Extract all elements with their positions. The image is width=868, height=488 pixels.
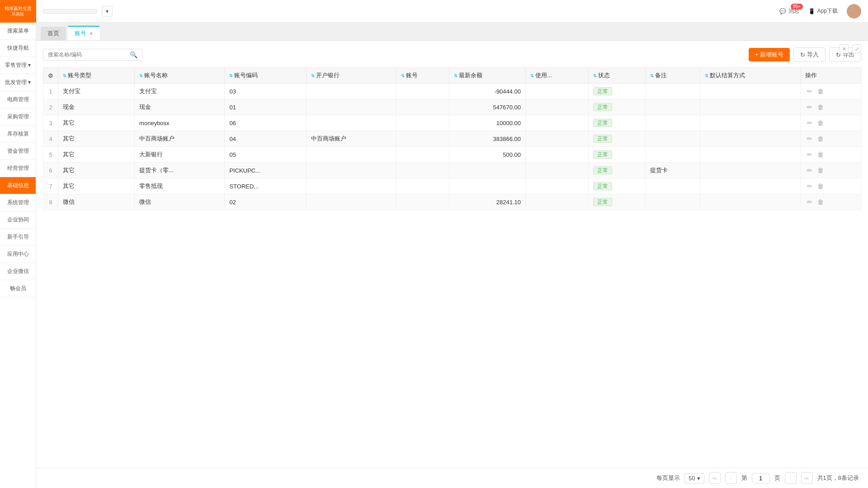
add-account-btn[interactable]: + 新增账号 — [749, 48, 790, 61]
col-action: 操作 — [800, 68, 861, 84]
sidebar-item-member[interactable]: 畅会员 — [0, 280, 36, 297]
sidebar-item-search[interactable]: 搜索菜单 — [0, 23, 36, 40]
sidebar-item-wechat-work[interactable]: 企业微信 — [0, 263, 36, 280]
col-default-settle[interactable]: ⇅默认结算方式 — [700, 68, 800, 84]
page-last-btn[interactable]: ⏭ — [801, 472, 813, 484]
settings-icon: ⚙ — [48, 72, 53, 79]
sidebar-item-basic-info[interactable]: 基础信息 — [0, 177, 36, 194]
page-input[interactable] — [752, 473, 770, 483]
user-avatar[interactable] — [847, 4, 861, 19]
row-type: 支付宝 — [58, 84, 135, 99]
sidebar-item-operations[interactable]: 经营管理 — [0, 160, 36, 177]
row-index: 3 — [43, 115, 58, 131]
sidebar-item-shortcuts[interactable]: 快捷导航 — [0, 40, 36, 57]
sidebar-item-wholesale[interactable]: 批发管理 ▾ — [0, 74, 36, 91]
row-type: 其它 — [58, 147, 135, 163]
sort-icon: ⇅ — [530, 73, 534, 78]
row-type: 其它 — [58, 115, 135, 131]
row-index: 8 — [43, 194, 58, 210]
edit-icon[interactable]: ✏ — [805, 183, 814, 190]
message-btn[interactable]: 💬 消息 99+ — [779, 7, 799, 15]
sidebar-item-inventory[interactable]: 库存核算 — [0, 126, 36, 143]
edit-icon[interactable]: ✏ — [805, 88, 814, 95]
sidebar-item-apps[interactable]: 应用中心 — [0, 246, 36, 263]
header-search[interactable] — [43, 9, 97, 14]
edit-icon[interactable]: ✏ — [805, 151, 814, 158]
sidebar-item-purchase[interactable]: 采购管理 — [0, 108, 36, 126]
tab-accounts-label: 账号 — [75, 29, 86, 38]
tab-home[interactable]: 首页 — [41, 27, 66, 40]
col-bank[interactable]: ⇅开户银行 — [306, 68, 396, 84]
tab-accounts-close[interactable]: ✕ — [89, 31, 93, 36]
col-account[interactable]: ⇅账号 — [396, 68, 449, 84]
delete-icon[interactable]: 🗑 — [816, 183, 826, 190]
row-balance — [449, 163, 525, 178]
row-default-settle — [700, 163, 800, 178]
col-status[interactable]: ⇅状态 — [588, 68, 646, 84]
row-account — [396, 178, 449, 194]
sidebar-item-finance[interactable]: 资金管理 — [0, 143, 36, 160]
col-settings[interactable]: ⚙ — [43, 68, 58, 84]
row-name: 提货卡（零... — [135, 163, 225, 178]
sidebar-item-system[interactable]: 系统管理 — [0, 194, 36, 211]
row-index: 7 — [43, 178, 58, 194]
tab-accounts[interactable]: 账号 ✕ — [68, 26, 100, 40]
sidebar-item-ecommerce[interactable]: 电商管理 — [0, 91, 36, 108]
row-index: 1 — [43, 84, 58, 99]
row-actions: ✏ 🗑 — [800, 99, 861, 115]
delete-icon[interactable]: 🗑 — [816, 135, 826, 142]
pagination-bar: 每页显示 50 ▾ ⏮ ‹ 第 页 › ⏭ 共1页，8条记录 — [36, 468, 868, 488]
page-next-btn[interactable]: › — [785, 472, 797, 484]
row-status: 正常 — [588, 131, 646, 147]
table-row: 2 现金 现金 01 547670.00 正常 ✏ 🗑 — [43, 99, 861, 115]
row-remark — [646, 131, 700, 147]
row-actions: ✏ 🗑 — [800, 178, 861, 194]
top-header: ▾ 💬 消息 99+ 📱 App下载 — [36, 0, 868, 23]
sidebar-item-enterprise[interactable]: 企业协同 — [0, 211, 36, 229]
delete-icon[interactable]: 🗑 — [816, 103, 826, 111]
col-type[interactable]: ⇅账号类型 — [58, 68, 135, 84]
edit-icon[interactable]: ✏ — [805, 167, 814, 174]
edit-icon[interactable]: ✏ — [805, 119, 814, 127]
row-bank — [306, 115, 396, 131]
row-default-settle — [700, 178, 800, 194]
row-actions: ✏ 🗑 — [800, 147, 861, 163]
delete-icon[interactable]: 🗑 — [816, 151, 826, 158]
delete-icon[interactable]: 🗑 — [816, 167, 826, 174]
col-code[interactable]: ⇅账号编码 — [225, 68, 306, 84]
app-download-label: App下载 — [817, 7, 838, 15]
page-size-select[interactable]: 50 ▾ — [684, 473, 704, 483]
col-usage[interactable]: ⇅使用... — [526, 68, 589, 84]
message-icon: 💬 — [779, 8, 786, 14]
col-name[interactable]: ⇅账号名称 — [135, 68, 225, 84]
row-type: 现金 — [58, 99, 135, 115]
page-size-label: 每页显示 — [656, 474, 680, 482]
sidebar-item-guide[interactable]: 新手引导 — [0, 229, 36, 246]
edit-icon[interactable]: ✏ — [805, 103, 814, 111]
row-code: 03 — [225, 84, 306, 99]
search-input[interactable] — [48, 52, 130, 58]
import-icon: ↻ — [800, 52, 805, 58]
page-size-dropdown-icon: ▾ — [697, 475, 700, 482]
delete-icon[interactable]: 🗑 — [816, 119, 826, 127]
table-row: 3 其它 moneybosx 06 10000.00 正常 ✏ 🗑 — [43, 115, 861, 131]
delete-icon[interactable]: 🗑 — [816, 198, 826, 206]
sidebar-item-retail[interactable]: 零售管理 ▾ — [0, 57, 36, 74]
app-download-btn[interactable]: 📱 App下载 — [808, 7, 838, 15]
table-row: 8 微信 微信 02 28241.10 正常 ✏ 🗑 — [43, 194, 861, 210]
delete-icon[interactable]: 🗑 — [816, 88, 826, 95]
row-account — [396, 84, 449, 99]
import-btn[interactable]: ↻ 导入 — [793, 47, 826, 62]
window-close-btn[interactable]: ✕ — [840, 44, 849, 53]
edit-icon[interactable]: ✏ — [805, 198, 814, 206]
col-remark[interactable]: ⇅备注 — [646, 68, 700, 84]
window-expand-btn[interactable]: ⤢ — [852, 44, 861, 53]
row-status: 正常 — [588, 99, 646, 115]
col-balance[interactable]: ⇅最新余额 — [449, 68, 525, 84]
edit-icon[interactable]: ✏ — [805, 135, 814, 142]
row-usage — [526, 131, 589, 147]
page-prev-btn[interactable]: ‹ — [725, 472, 737, 484]
header-dropdown-btn[interactable]: ▾ — [102, 6, 113, 17]
page-first-btn[interactable]: ⏮ — [709, 472, 721, 484]
row-name: 支付宝 — [135, 84, 225, 99]
